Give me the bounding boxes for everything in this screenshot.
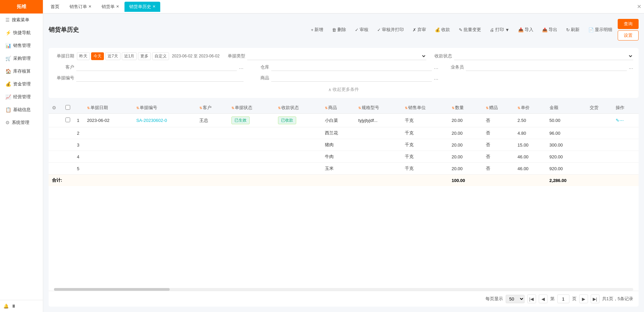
date-btn-7days[interactable]: 近7天 bbox=[105, 52, 120, 60]
salesperson-input[interactable] bbox=[466, 63, 626, 71]
doc-type-select[interactable] bbox=[247, 52, 426, 60]
col-customer[interactable]: ⇅客户 bbox=[196, 102, 228, 114]
warehouse-input[interactable] bbox=[271, 63, 432, 71]
sidebar-item-sales-mgmt[interactable]: 📊 销售管理 bbox=[0, 39, 43, 52]
payment-status-select[interactable] bbox=[454, 52, 633, 60]
col-doc-date[interactable]: ⇅单据日期 bbox=[84, 102, 133, 114]
export-button[interactable]: 📤 导出 bbox=[539, 25, 561, 34]
tab-sales-invoice[interactable]: 销货单 ✕ bbox=[97, 2, 124, 12]
setting-button[interactable]: 设置 bbox=[618, 30, 639, 41]
row-amount: 920.00 bbox=[546, 163, 586, 175]
date-btn-1month[interactable]: 近1月 bbox=[122, 52, 137, 60]
collapse-up-icon: ∧ bbox=[328, 87, 332, 92]
tab-close-sales-history[interactable]: ✕ bbox=[152, 4, 156, 9]
pause-icon[interactable]: ⏸ bbox=[11, 304, 16, 309]
refresh-button[interactable]: ↻ 刷新 bbox=[563, 25, 583, 34]
inventory-icon: 🏠 bbox=[5, 69, 11, 74]
review-button[interactable]: ✓ 审核 bbox=[352, 25, 372, 34]
scrollbar-thumb[interactable] bbox=[54, 288, 170, 291]
next-page-button[interactable]: ▶ bbox=[579, 294, 588, 303]
export-icon: 📤 bbox=[542, 27, 548, 32]
row-more-button[interactable]: ⋯ bbox=[619, 118, 624, 123]
salesperson-dots-icon[interactable]: ... bbox=[629, 64, 633, 70]
col-doc-no[interactable]: ⇅单据编号 bbox=[133, 102, 196, 114]
col-spec[interactable]: ⇅规格型号 bbox=[355, 102, 401, 114]
collect-button[interactable]: 💰 收款 bbox=[431, 25, 453, 34]
date-btn-yesterday[interactable]: 昨天 bbox=[77, 52, 90, 60]
goods-dots-icon[interactable]: ... bbox=[434, 75, 438, 81]
date-btn-today[interactable]: 今天 bbox=[91, 52, 104, 60]
scrollbar-track[interactable] bbox=[54, 288, 633, 291]
row-edit-button[interactable]: ✎ bbox=[616, 118, 619, 123]
goods-input[interactable] bbox=[271, 74, 432, 82]
customer-dots-icon[interactable]: ... bbox=[239, 64, 243, 70]
row-doc-no: SA-20230602-0 bbox=[133, 114, 196, 127]
delete-button[interactable]: 🗑 删除 bbox=[329, 25, 349, 34]
show-detail-button[interactable]: 📄 显示明细 bbox=[585, 25, 616, 34]
col-gift[interactable]: ⇅赠品 bbox=[482, 102, 514, 114]
prev-page-button[interactable]: ◀ bbox=[539, 294, 548, 303]
row-payment-status bbox=[275, 163, 321, 175]
col-qty[interactable]: ⇅数量 bbox=[448, 102, 482, 114]
table-row: 12023-06-02SA-20230602-0王总已生效已收款小白菜tyjyj… bbox=[49, 114, 639, 127]
batch-change-button[interactable]: ✎ 批量变更 bbox=[455, 25, 484, 34]
sidebar-item-quick-nav[interactable]: ⚡ 快捷导航 bbox=[0, 26, 43, 39]
tab-home[interactable]: 首页 bbox=[46, 2, 64, 12]
last-page-button[interactable]: ▶| bbox=[591, 294, 599, 303]
warehouse-dots-icon[interactable]: ... bbox=[434, 64, 438, 70]
col-price[interactable]: ⇅单价 bbox=[514, 102, 546, 114]
date-btn-custom[interactable]: 自定义 bbox=[152, 52, 169, 60]
summary-price-spacer bbox=[514, 175, 546, 186]
col-doc-status[interactable]: ⇅单据状态 bbox=[228, 102, 275, 114]
select-all-checkbox[interactable] bbox=[65, 105, 70, 110]
row-no: 4 bbox=[74, 151, 84, 163]
page-number-input[interactable] bbox=[557, 294, 569, 303]
sidebar-item-search-menu[interactable]: ☰ 搜索菜单 bbox=[0, 14, 43, 26]
tab-bar: 首页 销售订单 ✕ 销货单 ✕ 销货单历史 ✕ ✕ bbox=[43, 0, 644, 14]
close-all-tabs-icon[interactable]: ✕ bbox=[637, 3, 641, 10]
sidebar-item-inventory[interactable]: 🏠 库存核算 bbox=[0, 65, 43, 78]
row-action bbox=[612, 139, 639, 151]
query-button[interactable]: 查询 bbox=[618, 19, 639, 29]
date-buttons: 昨天 今天 近7天 近1月 更多 自定义 bbox=[77, 52, 169, 60]
gear-settings-icon[interactable]: ⚙ bbox=[52, 105, 56, 110]
total-info: 共1页，5条记录 bbox=[602, 296, 633, 302]
tab-close-sales-invoice[interactable]: ✕ bbox=[116, 4, 119, 9]
tab-sales-order[interactable]: 销售订单 ✕ bbox=[65, 2, 96, 12]
col-payment-status[interactable]: ⇅收款状态 bbox=[275, 102, 321, 114]
row-checkbox[interactable] bbox=[62, 151, 74, 163]
sidebar-item-finance-mgmt[interactable]: 💰 资金管理 bbox=[0, 78, 43, 90]
col-unit[interactable]: ⇅销售单位 bbox=[401, 102, 448, 114]
row-checkbox[interactable] bbox=[62, 163, 74, 175]
review-print-button[interactable]: ✓ 审核并打印 bbox=[374, 25, 407, 34]
sidebar-item-basic-info[interactable]: 📋 基础信息 bbox=[0, 103, 43, 116]
sort-unit-icon: ⇅ bbox=[405, 106, 408, 110]
warehouse-filter: 仓库 ... bbox=[249, 63, 439, 71]
finance-mgmt-icon: 💰 bbox=[5, 81, 11, 87]
collapse-button[interactable]: ∧ 收起更多条件 bbox=[54, 85, 633, 94]
sidebar-item-sys-mgmt[interactable]: ⚙ 系统管理 bbox=[0, 116, 43, 129]
payment-status-filter: 收款状态 bbox=[432, 52, 633, 60]
row-trade bbox=[586, 139, 613, 151]
abandon-button[interactable]: ✗ 弃审 bbox=[409, 25, 429, 34]
sidebar-item-purchase-mgmt[interactable]: 🛒 采购管理 bbox=[0, 52, 43, 65]
print-button[interactable]: 🖨 打印 ▼ bbox=[486, 25, 513, 34]
date-btn-more[interactable]: 更多 bbox=[138, 52, 151, 60]
col-goods[interactable]: ⇅商品 bbox=[321, 102, 355, 114]
sidebar-item-biz-mgmt[interactable]: 📈 经营管理 bbox=[0, 90, 43, 103]
tab-sales-history[interactable]: 销货单历史 ✕ bbox=[124, 2, 160, 12]
doc-no-input[interactable] bbox=[76, 74, 244, 82]
content-area: 销货单历史 + 新增 🗑 删除 ✓ 审核 ✓ 审核并打印 bbox=[43, 14, 644, 312]
add-button[interactable]: + 新增 bbox=[308, 25, 327, 34]
notification-icon[interactable]: 🔔 bbox=[3, 304, 9, 309]
sidebar-item-label: 基础信息 bbox=[13, 107, 31, 113]
row-checkbox[interactable] bbox=[62, 127, 74, 139]
import-button[interactable]: 📥 导入 bbox=[515, 25, 537, 34]
row-checkbox[interactable] bbox=[62, 114, 74, 127]
per-page-select[interactable]: 50 100 200 bbox=[506, 295, 525, 303]
first-page-button[interactable]: |◀ bbox=[527, 294, 536, 303]
customer-input[interactable] bbox=[76, 63, 237, 71]
tab-close-sales-order[interactable]: ✕ bbox=[88, 4, 91, 9]
review-icon: ✓ bbox=[355, 27, 359, 32]
row-checkbox[interactable] bbox=[62, 139, 74, 151]
